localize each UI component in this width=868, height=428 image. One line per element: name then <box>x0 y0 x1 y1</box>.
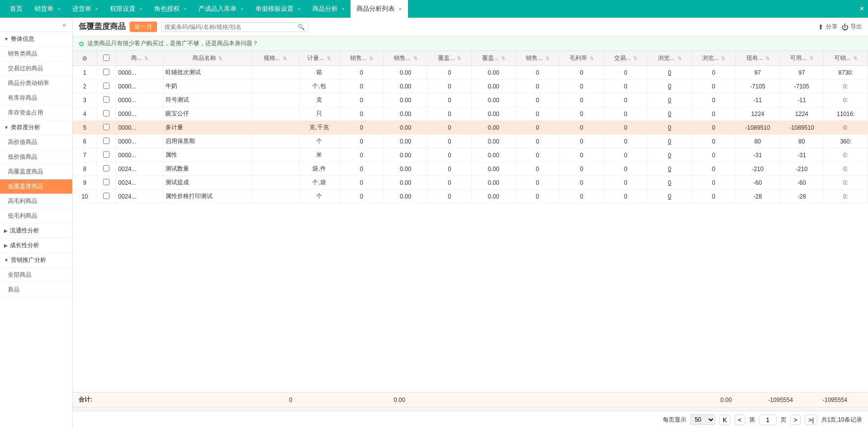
browse-link[interactable]: 0 <box>668 97 672 104</box>
row-checkbox[interactable] <box>103 138 109 144</box>
sidebar-item-sales-goods[interactable]: 销售类商品 <box>0 47 72 61</box>
sidebar-item-stock-fund[interactable]: 库存资金占用 <box>0 106 72 120</box>
sidebar-item-low-value[interactable]: 低价值商品 <box>0 150 72 165</box>
sidebar-section-group[interactable]: ▼ 类群度分析 <box>0 120 72 135</box>
col-cover1[interactable]: 覆盖... ⇅ <box>428 51 472 66</box>
row-browse1[interactable]: 0 <box>648 66 692 80</box>
browse-link[interactable]: 0 <box>668 138 672 145</box>
row-checkbox[interactable] <box>103 69 109 75</box>
close-icon[interactable]: × <box>95 6 98 12</box>
sidebar-collapse-button[interactable]: « <box>59 20 69 29</box>
sidebar-item-new-goods[interactable]: 新品 <box>0 283 72 297</box>
row-browse1[interactable]: 0 <box>648 121 692 135</box>
row-checkbox-cell[interactable] <box>97 93 116 107</box>
prev-page-button[interactable]: < <box>734 415 745 425</box>
row-browse1[interactable]: 0 <box>648 148 692 162</box>
select-all-checkbox[interactable] <box>103 55 109 61</box>
sidebar-item-category-rate[interactable]: 商品分类动销率 <box>0 76 72 91</box>
sidebar-item-high-margin[interactable]: 高毛利商品 <box>0 194 72 209</box>
close-icon[interactable]: × <box>399 6 402 12</box>
browse-link[interactable]: 0 <box>668 83 672 90</box>
page-number-input[interactable] <box>759 415 777 425</box>
close-icon[interactable]: × <box>139 6 142 12</box>
close-icon[interactable]: × <box>342 6 345 12</box>
row-browse1[interactable]: 0 <box>648 190 692 203</box>
page-size-select[interactable]: 20 50 100 <box>690 414 715 425</box>
col-stock1[interactable]: 现有... ⇅ <box>735 51 780 66</box>
col-cover2[interactable]: 覆盖... ⇅ <box>471 51 515 66</box>
col-browse1[interactable]: 浏览... ⇅ <box>648 51 692 66</box>
row-browse1[interactable]: 0 <box>648 162 692 176</box>
export-button[interactable]: ⏻ 导出 <box>841 23 862 31</box>
sidebar-item-low-margin[interactable]: 低毛利商品 <box>0 209 72 224</box>
row-checkbox-cell[interactable] <box>97 162 116 176</box>
close-icon[interactable]: × <box>184 6 187 12</box>
browse-link[interactable]: 0 <box>668 124 672 131</box>
row-checkbox-cell[interactable] <box>97 121 116 135</box>
last-page-button[interactable]: >| <box>805 415 817 425</box>
close-icon[interactable]: × <box>298 6 300 12</box>
nav-tab-template[interactable]: 单据模板设置 × <box>249 0 306 18</box>
row-checkbox[interactable] <box>103 179 109 185</box>
share-button[interactable]: ⬆ 分享 <box>818 23 838 31</box>
sidebar-item-traded-goods[interactable]: 交易过的商品 <box>0 61 72 76</box>
nav-tab-finished-goods[interactable]: 产成品入库单 × <box>192 0 249 18</box>
row-checkbox-cell[interactable] <box>97 190 116 203</box>
sidebar-item-high-value[interactable]: 高价值商品 <box>0 135 72 150</box>
nav-tab-permissions[interactable]: 权限设置 × <box>104 0 148 18</box>
row-checkbox[interactable] <box>103 83 109 89</box>
first-page-button[interactable]: K <box>719 415 731 425</box>
row-checkbox-cell[interactable] <box>97 176 116 190</box>
browse-link[interactable]: 0 <box>668 193 672 200</box>
row-browse1[interactable]: 0 <box>648 93 692 107</box>
nav-tab-sales[interactable]: 销货单 × <box>28 0 66 18</box>
col-stock3[interactable]: 可销... ⇅ <box>824 51 868 66</box>
row-browse1[interactable]: 0 <box>648 176 692 190</box>
row-checkbox-cell[interactable] <box>97 148 116 162</box>
row-checkbox-cell[interactable] <box>97 66 116 80</box>
sidebar-item-in-stock[interactable]: 有库存商品 <box>0 91 72 106</box>
nav-tab-goods-analysis-list[interactable]: 商品分析列表 × <box>351 0 407 18</box>
row-browse1[interactable]: 0 <box>648 107 692 121</box>
row-checkbox-cell[interactable] <box>97 135 116 148</box>
nav-tab-roles[interactable]: 角色授权 × <box>148 0 192 18</box>
row-checkbox[interactable] <box>103 110 109 116</box>
row-browse1[interactable]: 0 <box>648 80 692 93</box>
nav-tab-home[interactable]: 首页 <box>4 0 28 18</box>
sidebar-section-marketing[interactable]: ▼ 营销推广分析 <box>0 253 72 268</box>
row-checkbox[interactable] <box>103 193 109 199</box>
col-unit[interactable]: 计量... ⇅ <box>299 51 340 66</box>
col-code[interactable]: 商... ⇅ <box>116 51 163 66</box>
row-checkbox[interactable] <box>103 124 109 130</box>
row-checkbox-cell[interactable] <box>97 80 116 93</box>
sidebar-item-all-goods[interactable]: 全部商品 <box>0 268 72 283</box>
horizontal-scrollbar[interactable] <box>73 407 868 411</box>
browse-link[interactable]: 0 <box>668 152 672 159</box>
col-stock2[interactable]: 可用... ⇅ <box>780 51 824 66</box>
browse-link[interactable]: 0 <box>668 69 672 76</box>
row-checkbox-cell[interactable] <box>97 107 116 121</box>
close-icon[interactable]: × <box>241 6 244 12</box>
nav-tab-goods-analysis[interactable]: 商品分析 × <box>306 0 351 18</box>
browse-link[interactable]: 0 <box>668 111 672 117</box>
row-checkbox[interactable] <box>103 151 109 158</box>
browse-link[interactable]: 0 <box>668 179 672 186</box>
col-check[interactable] <box>97 51 116 66</box>
col-name[interactable]: 商品名称 ⇅ <box>163 51 251 66</box>
next-page-button[interactable]: > <box>790 415 801 425</box>
col-trade[interactable]: 交易... ⇅ <box>603 51 648 66</box>
row-checkbox[interactable] <box>103 96 109 103</box>
col-margin[interactable]: 毛利率 ⇅ <box>560 51 604 66</box>
time-range-button[interactable]: 近一月 <box>130 22 157 32</box>
sidebar-section-liquidity[interactable]: ▶ 流通性分析 <box>0 224 72 238</box>
col-sales1[interactable]: 销售... ⇅ <box>340 51 384 66</box>
nav-tab-purchase[interactable]: 进货单 × <box>66 0 104 18</box>
sidebar-section-growth[interactable]: ▶ 成长性分析 <box>0 238 72 253</box>
window-close-button[interactable]: × <box>860 4 864 13</box>
close-icon[interactable]: × <box>57 6 60 12</box>
sidebar-item-low-coverage[interactable]: 低覆盖度商品 <box>0 179 72 194</box>
col-settings[interactable]: ⚙ <box>73 51 97 66</box>
table-wrapper[interactable]: ⚙ 商... ⇅ 商品名称 ⇅ 规格... ⇅ 计量... ⇅ 销售... ⇅ … <box>73 51 868 392</box>
browse-link[interactable]: 0 <box>668 166 672 172</box>
sidebar-item-high-coverage[interactable]: 高覆盖度商品 <box>0 165 72 179</box>
